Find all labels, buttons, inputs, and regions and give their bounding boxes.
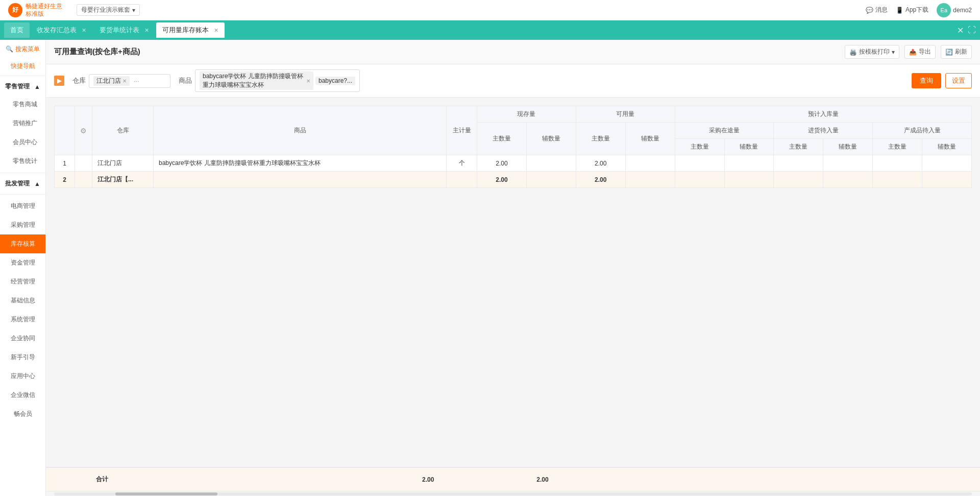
col-production-sub-header: 辅数量 xyxy=(922,139,972,155)
filter-settings-button[interactable]: 设置 xyxy=(945,73,972,88)
sidebar-item-enterprise[interactable]: 企业协同 xyxy=(0,329,45,348)
table-row: 1 江北门店 babycare学饮杯 儿童防摔防撞吸管杯重力球吸嘴杯宝宝水杯 个… xyxy=(55,155,972,172)
warehouse-filter-dots[interactable]: ··· xyxy=(132,77,141,85)
page-actions: 🖨️ 按模板打印 ▾ 📤 导出 🔄 刷新 xyxy=(845,45,972,59)
sidebar-item-purchase[interactable]: 采购管理 xyxy=(0,216,45,234)
filter-product-group: 商品 babycare学饮杯 儿童防摔防撞吸管杯重力球吸嘴杯宝宝水杯 ✕ bab… xyxy=(179,69,360,92)
message-button[interactable]: 💬 消息 xyxy=(866,6,888,14)
tab-available-inventory[interactable]: 可用量库存账本 ✕ xyxy=(156,22,225,38)
footer-purchase-main xyxy=(628,472,685,487)
bottom-scrollbar xyxy=(46,491,980,496)
row-1-incoming-sub xyxy=(823,155,873,172)
product-tag-2: babycare?... xyxy=(315,77,355,85)
warehouse-filter-label: 仓库 xyxy=(72,76,86,85)
col-stock-header: 现存量 xyxy=(477,106,576,123)
tab-stock-summary[interactable]: 收发存汇总表 ✕ xyxy=(31,22,92,38)
footer-production-sub xyxy=(915,472,972,487)
filter-buttons: 查询 设置 xyxy=(912,73,972,88)
sidebar-item-operations[interactable]: 经营管理 xyxy=(0,272,45,291)
footer-available-main: 2.00 xyxy=(514,472,571,487)
row-2-settings xyxy=(75,172,92,188)
footer-unit-empty xyxy=(369,472,400,487)
product-filter-input[interactable]: babycare学饮杯 儿童防摔防撞吸管杯重力球吸嘴杯宝宝水杯 ✕ babyca… xyxy=(195,69,360,92)
export-button[interactable]: 📤 导出 xyxy=(904,45,936,59)
row-1-unit: 个 xyxy=(447,155,477,172)
logo-area: 好 畅捷通好生意 标准版 xyxy=(8,3,62,17)
product-filter-label: 商品 xyxy=(179,76,192,85)
download-button[interactable]: 📱 App下载 xyxy=(896,6,928,14)
table-row-subtotal: 2 江北门店【... 2.00 2.00 xyxy=(55,172,972,188)
sidebar-item-member[interactable]: 畅会员 xyxy=(0,405,45,423)
sidebar-item-basic-info[interactable]: 基础信息 xyxy=(0,291,45,310)
row-2-incoming-main xyxy=(774,172,823,188)
col-incoming-sub-header: 辅数量 xyxy=(823,139,873,155)
scrollbar-thumb[interactable] xyxy=(115,492,217,495)
warehouse-filter-input[interactable]: 江北门店 ✕ ··· xyxy=(89,74,170,88)
col-production-main-header: 主数量 xyxy=(873,139,922,155)
sidebar-item-new-guide[interactable]: 新手引导 xyxy=(0,348,45,367)
filter-warehouse-group: 仓库 江北门店 ✕ ··· xyxy=(72,74,170,88)
warehouse-tag-close[interactable]: ✕ xyxy=(122,78,127,84)
footer-incoming-main xyxy=(743,472,800,487)
sidebar: 🔍 搜索菜单 快捷导航 零售管理 ▲ 零售商城 营销推广 会员中心 零售统计 批… xyxy=(0,40,46,496)
filter-area: ▶ 仓库 江北门店 ✕ ··· 商品 babycare学饮杯 儿童防摔防撞吸管杯… xyxy=(46,64,980,98)
top-bar-right: 💬 消息 📱 App下载 Ea demo2 xyxy=(866,3,972,17)
tab-close-stock-summary[interactable]: ✕ xyxy=(82,27,86,34)
sidebar-item-marketing[interactable]: 营销推广 xyxy=(0,114,45,133)
store-selector[interactable]: 母婴行业演示账套 ▾ xyxy=(77,4,140,16)
row-1-product: babycare学饮杯 儿童防摔防撞吸管杯重力球吸嘴杯宝宝水杯 xyxy=(154,155,447,172)
row-1-purchase-sub xyxy=(724,155,774,172)
sidebar-item-system[interactable]: 系统管理 xyxy=(0,310,45,329)
warehouse-tag: 江北门店 ✕ xyxy=(93,76,130,86)
sidebar-search[interactable]: 🔍 搜索菜单 xyxy=(0,40,45,59)
footer-table: 合计 2.00 2.00 xyxy=(54,472,972,487)
tab-close-available-inventory[interactable]: ✕ xyxy=(214,27,218,34)
sidebar-item-finance[interactable]: 资金管理 xyxy=(0,253,45,272)
sidebar-item-ecommerce[interactable]: 电商管理 xyxy=(0,197,45,216)
sidebar-item-retail-management[interactable]: 零售管理 ▲ xyxy=(0,78,45,95)
query-button[interactable]: 查询 xyxy=(912,73,941,88)
footer-stock-main: 2.00 xyxy=(400,472,457,487)
footer-label: 合计 xyxy=(91,472,189,487)
col-production-header: 产成品待入量 xyxy=(873,123,972,139)
sidebar-item-wechat[interactable]: 企业微信 xyxy=(0,386,45,405)
sidebar-item-retail-mall[interactable]: 零售商城 xyxy=(0,95,45,114)
tab-home[interactable]: 首页 xyxy=(4,22,30,38)
footer-purchase-sub xyxy=(685,472,743,487)
refresh-button[interactable]: 🔄 刷新 xyxy=(941,45,972,59)
user-avatar[interactable]: Ea demo2 xyxy=(937,3,972,17)
expand-tabs-button[interactable]: ⛶ xyxy=(968,26,976,35)
filter-expand-button[interactable]: ▶ xyxy=(54,76,64,86)
row-1-num: 1 xyxy=(55,155,75,172)
row-1-available-sub xyxy=(625,155,675,172)
row-2-warehouse: 江北门店【... xyxy=(92,172,154,188)
tab-order-stats[interactable]: 要货单统计表 ✕ xyxy=(93,22,155,38)
sidebar-item-wholesale-management[interactable]: 批发管理 ▲ xyxy=(0,175,45,192)
product-tag-1-close[interactable]: ✕ xyxy=(306,78,310,84)
tab-close-order-stats[interactable]: ✕ xyxy=(144,27,149,34)
sidebar-item-app-center[interactable]: 应用中心 xyxy=(0,367,45,386)
sidebar-quick-nav[interactable]: 快捷导航 xyxy=(0,59,45,74)
nav-tabs-right: ✕ ⛶ xyxy=(957,26,976,35)
close-all-tabs-button[interactable]: ✕ xyxy=(957,26,964,35)
col-product-header: 商品 xyxy=(154,106,447,155)
sidebar-divider-1 xyxy=(0,76,45,76)
logo-icon: 好 xyxy=(8,3,22,17)
sidebar-item-member-center[interactable]: 会员中心 xyxy=(0,133,45,152)
col-stock-main-header: 主数量 xyxy=(477,123,527,155)
col-unit-header: 主计量 xyxy=(447,106,477,155)
row-2-production-sub xyxy=(922,172,972,188)
logo-text: 畅捷通好生意 标准版 xyxy=(26,3,62,17)
sidebar-item-retail-stats[interactable]: 零售统计 xyxy=(0,152,45,171)
col-available-sub-header: 辅数量 xyxy=(625,123,675,155)
sidebar-item-inventory[interactable]: 库存核算 xyxy=(0,234,45,253)
col-warehouse-header: 仓库 xyxy=(92,106,154,155)
nav-tabs: 首页 收发存汇总表 ✕ 要货单统计表 ✕ 可用量库存账本 ✕ ✕ ⛶ xyxy=(0,20,980,40)
col-planned-header: 预计入库量 xyxy=(675,106,971,123)
sidebar-divider-3 xyxy=(0,194,45,195)
col-settings-header[interactable]: ⚙ xyxy=(75,106,92,155)
row-2-available-main: 2.00 xyxy=(576,172,625,188)
footer-available-sub xyxy=(571,472,628,487)
table-settings-icon[interactable]: ⚙ xyxy=(80,127,87,135)
print-button[interactable]: 🖨️ 按模板打印 ▾ xyxy=(845,45,899,59)
